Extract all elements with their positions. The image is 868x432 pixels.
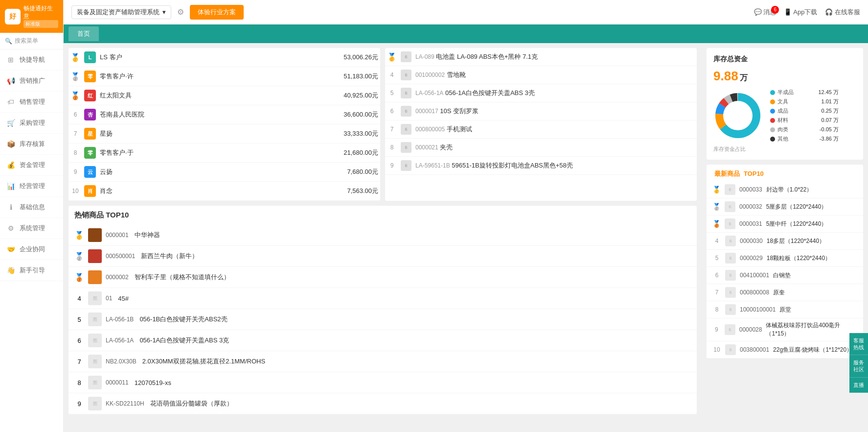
product-rank-item: 6 6 0000017 10S 变刮罗浆 [385,102,697,120]
topbar-right: 💬 消息 6 📱 App下载 🎧 在线客服 [754,8,860,17]
ranking-row: 🥇 L LS 客户 53,006.26元 🥈 零 零售客户·许 51,183.0… [69,48,697,201]
newest-product-item: 4 6 0000030 18多层（1220*2440） [707,233,863,250]
legend-container: 半成品 12.45 万 文具 1.01 万 成品 0.25 万 材料 0.07 … [770,89,839,143]
product-info: LA-59651-1B 59651-1B旋转投影灯电池盒ABS黑色+58壳 [415,161,695,170]
legend-value: -0.05 万 [820,126,839,133]
sidebar-nav-item-企业协同[interactable]: 🤝企业协同 [0,239,63,260]
newest-product-item: 🥉 6 0000031 5厘中纤（1220*2440） [707,216,863,233]
legend-item: 材料 0.07 万 [770,117,839,124]
product-image [88,270,102,284]
sidebar-nav-item-基础信息[interactable]: ℹ基础信息 [0,197,63,218]
rank-num: 7 [70,130,80,137]
hot-product-item: 8 图 0000011 12070519-xs [69,372,697,393]
legend-dot [770,99,775,104]
rank-num: 10 [712,346,721,353]
hot-products-title: 热销商品 TOP10 [69,206,697,220]
product-code: 0000001 [106,232,129,239]
app-download-wrap[interactable]: 📱 App下载 [784,8,817,17]
sidebar-nav-item-采购管理[interactable]: 🛒采购管理 [0,113,63,134]
rank-num: 5 [74,316,84,323]
medal-icon: 🥇 [387,52,397,62]
product-info: LA-089 电池盖 LA-089 ABS本色+黑种 7.1克 [415,52,695,61]
nav-label: 库存核算 [20,140,45,148]
rank-num: 10 [70,188,80,194]
newest-name: 原奎 [773,288,785,297]
search-menu[interactable]: 🔍 搜索菜单 [0,33,63,49]
customer-rank-item: 🥈 零 零售客户·许 51,183.00元 [69,67,380,86]
product-name: 智利车子里（规格不知道填什么） [135,273,230,282]
newest-title-sub: TOP10 [744,170,764,177]
customer-avatar: 红 [84,90,96,101]
product-info: 0000021 夹壳 [415,143,695,152]
nav-icon: ⊞ [6,55,16,65]
message-icon: 💬 [754,8,762,16]
product-code: KK-SD22110H [106,400,144,407]
sidebar-nav-item-新手引导[interactable]: 👋新手引导 [0,260,63,281]
sidebar-nav-item-经营管理[interactable]: 📊经营管理 [0,176,63,197]
message-icon-wrap[interactable]: 💬 消息 6 [754,8,777,17]
newest-product-item: 🥇 6 0000033 封边带（1.0*22） [707,181,863,198]
online-service-wrap[interactable]: 🎧 在线客服 [825,8,860,17]
tab-home[interactable]: 首页 [69,26,99,41]
trial-button[interactable]: 体验行业方案 [190,5,244,20]
sidebar-nav-item-快捷导航[interactable]: ⊞快捷导航 [0,49,63,71]
product-icon: 6 [401,124,411,135]
nav-icon: 💰 [6,160,16,170]
inventory-unit: 万 [740,73,748,82]
customer-rank-item: 6 杏 苍南县人民医院 36,600.00元 [69,105,380,124]
rank-num: 6 [74,337,84,344]
medal-icon: 🥉 [70,91,80,100]
product-code: 01 [106,295,112,302]
float-btn-服务社区[interactable]: 服务社区 [849,355,868,378]
nav-icon: ℹ [6,202,16,212]
sidebar-nav-item-系统管理[interactable]: ⚙系统管理 [0,218,63,239]
customer-avatar: 星 [84,128,96,140]
nav-label: 基础信息 [20,203,45,212]
product-code: NB2.0X30B [106,358,137,365]
newest-code: 0000032 [739,203,762,210]
product-rank-item: 5 6 LA-056-1A 056-1A白色按键开关盖ABS 3壳 [385,84,697,102]
system-select[interactable]: 装备及固定资产辅助管理系统 ▾ [71,5,171,19]
nav-label: 企业协同 [20,245,45,254]
newest-icon: 6 [725,270,736,281]
customer-ranking-list: 🥇 L LS 客户 53,006.26元 🥈 零 零售客户·许 51,183.0… [69,48,380,201]
newest-icon: 6 [725,304,736,315]
product-code: 000500001 [106,253,135,260]
newest-code: 0000030 [740,238,763,244]
legend-dot [770,127,775,132]
legend-dot [770,109,775,114]
right-panel: 库存总资金 9.88 万 [702,43,868,432]
headset-icon: 🎧 [825,8,833,16]
product-info: 0000017 10S 变刮罗浆 [415,107,695,116]
newest-title-main: 最新商品 [714,170,740,177]
sidebar: 好 畅捷通好生意 标准版 🔍 搜索菜单 ⊞快捷导航📢营销推广🏷销售管理🛒采购管理… [0,0,64,432]
hot-product-item: 9 图 KK-SD22110H 花语萌值温分髓罐袋（厚款） [69,393,697,414]
settings-icon[interactable]: ⚙ [177,7,184,17]
legend-item: 文具 1.01 万 [770,98,839,105]
product-ranking-list: 🥇 6 LA-089 电池盖 LA-089 ABS本色+黑种 7.1克 4 6 … [385,48,697,175]
search-menu-label: 搜索菜单 [15,37,38,45]
newest-code: 0000028 [739,326,762,333]
rank-num: 6 [712,272,721,279]
rank-num: 8 [74,379,84,386]
float-btn-直播[interactable]: 直播 [849,378,868,393]
float-btn-客服热线[interactable]: 客服热线 [849,333,868,356]
logo-badge: 标准版 [23,20,58,28]
legend-item: 肉类 -0.05 万 [770,126,839,133]
rank-num: 5 [712,255,721,262]
nav-label: 资金管理 [20,161,45,169]
newest-name: 5厘多层（1220*2440） [766,203,827,211]
sidebar-nav-item-资金管理[interactable]: 💰资金管理 [0,155,63,176]
float-buttons: 客服热线服务社区直播 [849,333,868,393]
legend-label: 半成品 [777,89,816,96]
sidebar-nav-item-库存核算[interactable]: 📦库存核算 [0,134,63,155]
sidebar-nav-item-营销推广[interactable]: 📢营销推广 [0,71,63,92]
product-code: 0000002 [106,274,129,281]
sidebar-nav-item-销售管理[interactable]: 🏷销售管理 [0,92,63,113]
inventory-amount: 9.88 [713,69,738,83]
tabbar: 首页 [64,24,868,43]
product-image-placeholder: 图 [88,397,102,410]
product-icon: 6 [401,70,411,80]
newest-icon: 6 [725,184,735,195]
newest-icon: 6 [725,236,736,246]
